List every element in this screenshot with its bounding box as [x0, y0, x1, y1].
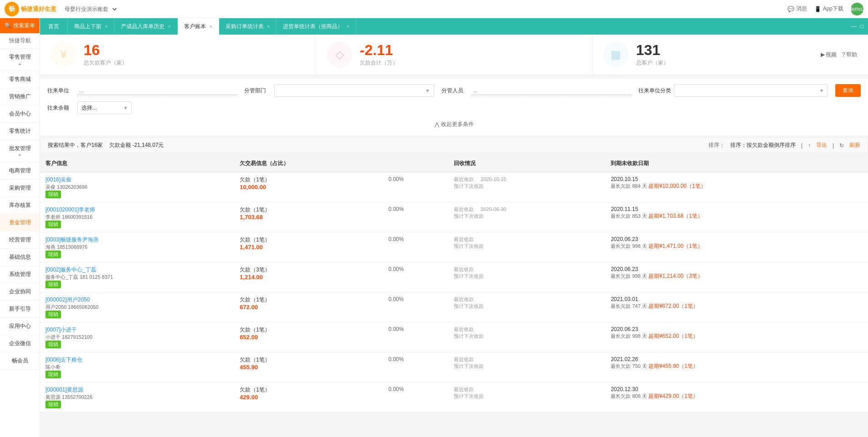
minimize-icon[interactable]: — — [851, 23, 857, 30]
return-label: 最近收款 2020-10-15 — [454, 176, 600, 183]
balance-select[interactable]: 选择... ▼ — [77, 101, 132, 114]
overdue-amount-link[interactable]: 超期¥455.90（1笔） — [648, 363, 698, 369]
customer-phone: 陈小希 — [45, 364, 229, 371]
table-row: [000001]黄思源 黄思源 13552700226 现销 欠款（1笔） 42… — [40, 382, 868, 412]
sidebar-item-member[interactable]: 会员中心 — [0, 105, 40, 123]
debt-amount: 1,703.68 — [240, 214, 377, 221]
sidebar-item-purchase[interactable]: 采购管理 — [0, 180, 40, 197]
message-button[interactable]: 💬 消息 — [788, 5, 807, 13]
industry-select[interactable]: 母婴行业演示账套 — [60, 5, 118, 14]
return-next: 预计下次收款 — [454, 393, 600, 400]
cell-due-date: 2020.10.15 最长欠款 884 天 超期¥10,000.00（1笔） — [605, 172, 868, 202]
cell-due-date: 2021.02.26 最长欠款 750 天 超期¥455.90（1笔） — [605, 352, 868, 382]
unit-class-select[interactable]: ▼ — [674, 84, 828, 97]
sidebar-item-operations[interactable]: 经营管理 — [0, 231, 40, 249]
cell-due-date: 2021.03.01 最长欠款 747 天 超期¥672.00（1笔） — [605, 292, 868, 322]
cell-customer-info: [0003]畅捷服务尹海燕 海燕 18513066976 现销 — [40, 232, 234, 262]
overdue-amount-link[interactable]: 超期¥1,703.68（1笔） — [648, 213, 703, 219]
overdue-amount-link[interactable]: 超期¥672.00（1笔） — [648, 303, 698, 309]
sidebar-item-system[interactable]: 系统管理 — [0, 266, 40, 283]
sidebar-item-retail-stats[interactable]: 零售统计 — [0, 123, 40, 140]
table-row: [0002]服务中心_丁磊 服务中心_丁磊 181 0125 8371 现销 欠… — [40, 262, 868, 292]
customer-name-link[interactable]: [000002]用户2050 — [45, 296, 229, 304]
sidebar-item-marketing[interactable]: 营销推广 — [0, 88, 40, 105]
sidebar-item-enterprise[interactable]: 企业协同 — [0, 283, 40, 301]
overdue-amount-link[interactable]: 超期¥1,471.00（1笔） — [648, 243, 703, 249]
customer-name-link[interactable]: [0002]服务中心_丁磊 — [45, 266, 229, 274]
overdue-date: 2020.06.23 — [611, 236, 863, 242]
sidebar-item-batch-mgmt[interactable]: 批发管理 ▼ — [0, 140, 40, 162]
sidebar-item-enterprise-wechat[interactable]: 企业微信 — [0, 335, 40, 352]
sidebar-item-new-guide[interactable]: 新手引导 — [0, 301, 40, 318]
customer-name-link[interactable]: [000001]黄思源 — [45, 386, 229, 394]
help-button[interactable]: ? 帮助 — [842, 51, 857, 59]
logo-icon: 畅 — [5, 2, 19, 16]
debt-amount: 1,471.00 — [240, 244, 377, 251]
overdue-days: 最长欠款 853 天 超期¥1,703.68（1笔） — [611, 212, 863, 220]
card-body-3: 131 总客户（家） — [636, 43, 669, 67]
sidebar-item-basic-info[interactable]: 基础信息 — [0, 249, 40, 266]
search-button[interactable]: 查询 — [835, 84, 861, 97]
customer-name-link[interactable]: [0006]去下粮仓 — [45, 356, 229, 364]
refresh-button[interactable]: 刷新 — [849, 141, 860, 149]
maximize-icon[interactable]: □ — [860, 23, 863, 30]
status-badge: 现销 — [45, 221, 61, 228]
app-download-button[interactable]: 📱 App下载 — [814, 5, 843, 13]
customer-name-link[interactable]: [0003]畅捷服务尹海燕 — [45, 236, 229, 244]
sidebar-item-member-plus[interactable]: 畅会员 — [0, 352, 40, 370]
sidebar-item-app-center[interactable]: 应用中心 — [0, 318, 40, 335]
tab-customer-account[interactable]: 客户账本 × — [178, 18, 219, 35]
filter-person: 分管人员 — [442, 86, 631, 95]
overdue-amount-link[interactable]: 超期¥1,214.00（3笔） — [648, 273, 703, 279]
cell-due-date: 2020.12.30 最长欠款 808 天 超期¥429.00（1笔） — [605, 382, 868, 412]
tab-products-offline[interactable]: 商品上下架 × — [68, 18, 115, 35]
debt-amount: 652.00 — [240, 334, 377, 341]
person-input[interactable] — [472, 86, 631, 95]
tab-home[interactable]: 首页 — [40, 18, 68, 35]
sidebar-item-ecommerce[interactable]: 电商管理 — [0, 162, 40, 180]
customer-name-link[interactable]: [0016]吴俊 — [45, 176, 229, 184]
debt-percent: 0.00% — [388, 176, 443, 182]
export-icon: ↑ — [808, 142, 811, 149]
tab-close-icon[interactable]: × — [105, 24, 108, 29]
overdue-amount-link[interactable]: 超期¥10,000.00（1笔） — [648, 183, 706, 189]
sidebar-quick-nav[interactable]: 快捷导航 — [0, 33, 40, 49]
tab-close-icon-4[interactable]: × — [267, 24, 270, 29]
from-unit-input[interactable] — [77, 86, 237, 95]
balance-label: 往来余额 — [47, 104, 75, 112]
top-bar-right: 💬 消息 📱 App下载 demo2 — [788, 3, 863, 15]
cell-debt-info: 欠款（1笔） 1,471.00 — [234, 232, 383, 262]
export-button[interactable]: 导出 — [816, 141, 827, 149]
sidebar-search[interactable]: 🔍 搜索菜单 — [0, 18, 40, 33]
cell-debt-percent: 0.00% — [383, 262, 448, 292]
sidebar-item-inventory[interactable]: 库存核算 — [0, 197, 40, 214]
card-body-2: -2.11 欠款合计（万） — [360, 43, 398, 67]
sort-select[interactable]: 排序：按欠款金额倒序排序 — [730, 141, 796, 149]
customer-phone: 小进干 18279152100 — [45, 334, 229, 341]
overdue-amount-link[interactable]: 超期¥429.00（1笔） — [648, 393, 698, 399]
collapse-button[interactable]: ⋀ 收起更多条件 — [47, 119, 861, 130]
video-button[interactable]: ▶ 视频 — [821, 51, 837, 59]
chevron-down-icon-unit: ▼ — [819, 88, 824, 93]
tab-purchase-stats[interactable]: 进货单统计表（按商品） × — [276, 18, 356, 35]
total-debt-amount: -2.11 — [360, 43, 398, 57]
table-row: [0016]吴俊 吴俊 13026203696 现销 欠款（1笔） 10,000… — [40, 172, 868, 202]
sidebar-item-finance[interactable]: 资金管理 — [0, 214, 40, 231]
filter-row-1: 往来单位 分管部门 ▼ 分管人员 — [47, 84, 861, 97]
debt-count: 欠款（1笔） — [240, 356, 377, 364]
tab-close-icon-3[interactable]: × — [210, 24, 212, 29]
tab-close-icon-5[interactable]: × — [346, 24, 349, 29]
tab-purchase-summary[interactable]: 采购订单统计表 × — [219, 18, 277, 35]
dept-select[interactable]: ▼ — [274, 84, 434, 97]
overdue-amount-link[interactable]: 超期¥652.00（1笔） — [648, 333, 698, 339]
overdue-date: 2020.10.15 — [611, 176, 863, 182]
cell-return: 最近收款 预计下次收款 — [448, 352, 606, 382]
avatar[interactable]: demo2 — [851, 3, 863, 15]
sidebar-item-retail-mgmt[interactable]: 零售管理 ▲ — [0, 49, 40, 71]
customer-name-link[interactable]: [0001020001]李老师 — [45, 206, 229, 214]
debt-percent: 0.00% — [388, 236, 443, 242]
sidebar-item-retail-mall[interactable]: 零售商城 — [0, 71, 40, 88]
customer-name-link[interactable]: [0007]小进干 — [45, 326, 229, 334]
tab-close-icon-2[interactable]: × — [168, 24, 171, 29]
tab-production-history[interactable]: 产成品入库单历史 × — [115, 18, 178, 35]
